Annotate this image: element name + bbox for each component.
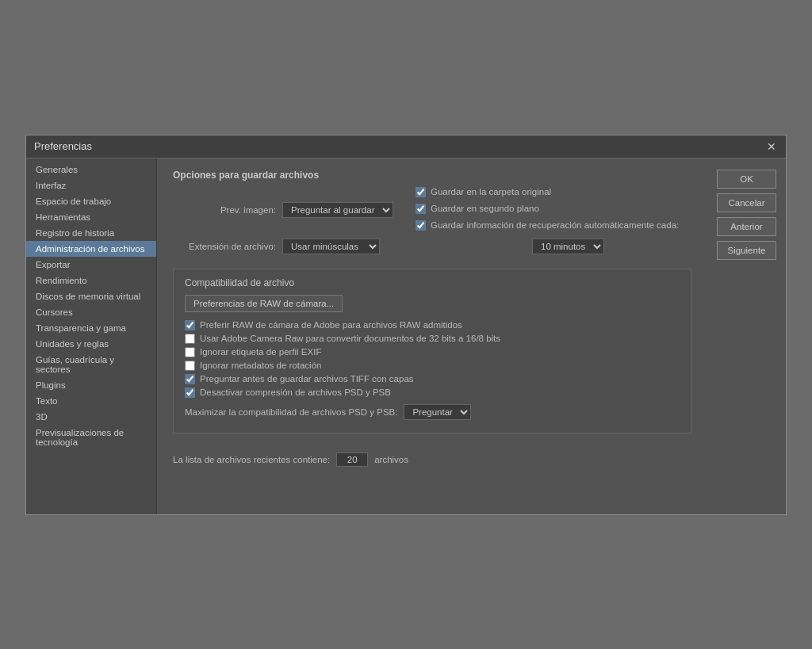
compat-check-0-input[interactable] (185, 320, 195, 330)
check-guardar-original-label: Guardar en la carpeta original (431, 187, 551, 197)
close-button[interactable]: ✕ (765, 140, 778, 153)
max-compat-row: Maximizar la compatibilidad de archivos … (185, 404, 680, 420)
next-button[interactable]: Siguiente (717, 241, 776, 260)
compat-check-5-label: Desactivar compresión de archivos PSD y … (200, 387, 391, 397)
compat-check-3-input[interactable] (185, 361, 195, 371)
compat-check-2: Ignorar etiqueta de perfil EXIF (185, 347, 680, 357)
recent-suffix: archivos (374, 455, 408, 464)
check-auto-save-input[interactable] (416, 220, 426, 231)
section-compat-title: Compatibilidad de archivo (185, 277, 680, 288)
auto-save-select[interactable]: 10 minutos 5 minutos 15 minutos 30 minut… (532, 239, 604, 254)
compat-check-2-input[interactable] (185, 347, 195, 357)
check-guardar-original-input[interactable] (416, 187, 426, 197)
compat-check-3-label: Ignorar metadatos de rotación (200, 361, 321, 370)
ok-button[interactable]: OK (717, 170, 776, 189)
compat-check-4-input[interactable] (185, 374, 195, 384)
sidebar-item-texto[interactable]: Texto (26, 393, 156, 409)
prev-imagen-row: Prev. imagen: Preguntar al guardar Nunca… (173, 187, 691, 234)
prev-button[interactable]: Anterior (717, 217, 776, 236)
sidebar-item-guías,-cuadrícula-y-sectores[interactable]: Guías, cuadrícula y sectores (26, 352, 156, 377)
sidebar-item-generales[interactable]: Generales (26, 162, 156, 178)
extension-select[interactable]: Usar minúsculas Usar mayúsculas (282, 239, 380, 254)
main-content: Opciones para guardar archivos Prev. ima… (157, 158, 707, 514)
recent-count-input[interactable] (336, 452, 368, 467)
prev-imagen-label: Prev. imagen: (173, 205, 276, 215)
check-guardar-plano: Guardar en segundo plano (416, 204, 679, 214)
sidebar-item-interfaz[interactable]: Interfaz (26, 178, 156, 193)
dialog-title: Preferencias (34, 140, 92, 152)
sidebar-item-plugins[interactable]: Plugins (26, 377, 156, 393)
recent-files-row: La lista de archivos recientes contiene:… (173, 452, 691, 467)
check-guardar-plano-label: Guardar en segundo plano (431, 204, 539, 213)
sidebar-item-herramientas[interactable]: Herramientas (26, 209, 156, 225)
cancel-button[interactable]: Cancelar (717, 193, 776, 212)
compat-check-0-label: Preferir RAW de cámara de Adobe para arc… (200, 320, 462, 330)
section-compat: Compatibilidad de archivo Preferencias d… (173, 269, 691, 433)
check-auto-save: Guardar información de recuperación auto… (416, 220, 679, 231)
sidebar-item-discos-de-memoria-virtual[interactable]: Discos de memoria virtual (26, 288, 156, 304)
sidebar-item-cursores[interactable]: Cursores (26, 304, 156, 320)
raw-preferences-button[interactable]: Preferencias de RAW de cámara... (185, 295, 343, 312)
compat-check-5-input[interactable] (185, 387, 195, 398)
section-save-title: Opciones para guardar archivos (173, 170, 691, 181)
compat-check-4: Preguntar antes de guardar archivos TIFF… (185, 374, 680, 384)
sidebar: GeneralesInterfazEspacio de trabajoHerra… (26, 158, 157, 514)
sidebar-item-registro-de-historia[interactable]: Registro de historia (26, 225, 156, 241)
check-guardar-original: Guardar en la carpeta original (416, 187, 679, 197)
compat-check-2-label: Ignorar etiqueta de perfil EXIF (200, 347, 321, 357)
prev-imagen-select[interactable]: Preguntar al guardar Nunca guardar Guard… (282, 202, 393, 218)
dialog-body: GeneralesInterfazEspacio de trabajoHerra… (26, 158, 786, 514)
compat-check-0: Preferir RAW de cámara de Adobe para arc… (185, 320, 680, 330)
sidebar-item-unidades-y-reglas[interactable]: Unidades y reglas (26, 336, 156, 352)
compat-check-1: Usar Adobe Camera Raw para convertir doc… (185, 334, 680, 344)
sidebar-item-exportar[interactable]: Exportar (26, 257, 156, 273)
compat-check-5: Desactivar compresión de archivos PSD y … (185, 387, 680, 398)
check-guardar-plano-input[interactable] (416, 204, 426, 214)
sidebar-item-administración-de-archivos[interactable]: Administración de archivos (26, 241, 156, 257)
sidebar-item-rendimiento[interactable]: Rendimiento (26, 273, 156, 288)
sidebar-item-espacio-de-trabajo[interactable]: Espacio de trabajo (26, 193, 156, 209)
max-compat-label: Maximizar la compatibilidad de archivos … (185, 407, 397, 417)
extension-label: Extensión de archivo: (173, 242, 276, 251)
sidebar-item-previsualizaciones-de-tecnología[interactable]: Previsualizaciones de tecnología (26, 425, 156, 450)
sidebar-item-3d[interactable]: 3D (26, 409, 156, 425)
section-save-options: Opciones para guardar archivos Prev. ima… (173, 170, 691, 259)
max-compat-select[interactable]: Preguntar Nunca Siempre (404, 404, 471, 420)
extension-row: Extensión de archivo: Usar minúsculas Us… (173, 239, 691, 254)
check-auto-save-label: Guardar información de recuperación auto… (431, 220, 679, 230)
sidebar-item-transparencia-y-gama[interactable]: Transparencia y gama (26, 320, 156, 336)
compat-check-4-label: Preguntar antes de guardar archivos TIFF… (200, 374, 414, 384)
compat-check-1-input[interactable] (185, 334, 195, 344)
dialog-titlebar: Preferencias ✕ (26, 136, 786, 158)
compat-check-1-label: Usar Adobe Camera Raw para convertir doc… (200, 334, 500, 343)
preferences-dialog: Preferencias ✕ GeneralesInterfazEspacio … (25, 135, 787, 515)
compat-check-3: Ignorar metadatos de rotación (185, 361, 680, 371)
right-buttons: OK Cancelar Anterior Siguiente (707, 158, 786, 514)
recent-label: La lista de archivos recientes contiene: (173, 455, 330, 464)
